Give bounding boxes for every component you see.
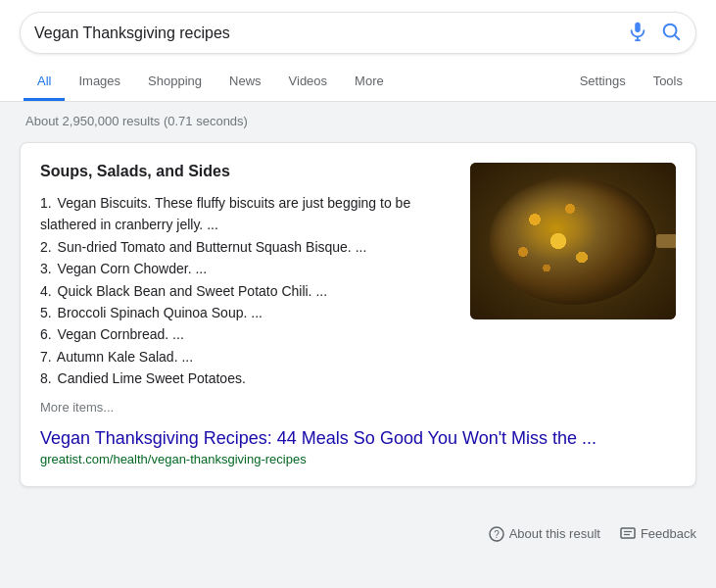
- question-icon: ?: [489, 526, 504, 542]
- list-item: 7. Autumn Kale Salad. ...: [40, 346, 454, 368]
- tab-shopping[interactable]: Shopping: [134, 64, 215, 101]
- more-items-link[interactable]: More items...: [40, 400, 454, 415]
- list-item: 1. Vegan Biscuits. These fluffy biscuits…: [40, 192, 454, 236]
- mic-icon[interactable]: [627, 21, 648, 45]
- list-item: 3. Vegan Corn Chowder. ...: [40, 258, 454, 279]
- pan-handle: [656, 234, 676, 248]
- svg-line-4: [675, 35, 679, 39]
- search-input[interactable]: [34, 24, 627, 42]
- nav-tabs: All Images Shopping News Videos More Set…: [20, 64, 696, 101]
- recipe-image: [470, 163, 676, 319]
- search-icons: [627, 21, 682, 45]
- page-footer: ? About this result Feedback: [0, 516, 716, 552]
- tab-images[interactable]: Images: [65, 64, 134, 101]
- feedback-label: Feedback: [641, 526, 696, 541]
- svg-text:?: ?: [494, 529, 500, 540]
- tab-all[interactable]: All: [24, 64, 65, 101]
- nav-right: Settings Tools: [566, 64, 696, 101]
- tab-tools[interactable]: Tools: [640, 64, 696, 101]
- tab-more[interactable]: More: [341, 64, 398, 101]
- tab-videos[interactable]: Videos: [275, 64, 342, 101]
- recipe-list: 1. Vegan Biscuits. These fluffy biscuits…: [40, 192, 454, 390]
- feedback-button[interactable]: Feedback: [620, 526, 696, 541]
- tab-settings[interactable]: Settings: [566, 64, 640, 101]
- list-item: 4. Quick Black Bean and Sweet Potato Chi…: [40, 280, 454, 302]
- main-content: About 2,950,000 results (0.71 seconds) S…: [0, 102, 716, 507]
- result-link-title[interactable]: Vegan Thanksgiving Recipes: 44 Meals So …: [40, 428, 676, 449]
- result-link-section: Vegan Thanksgiving Recipes: 44 Meals So …: [40, 428, 676, 466]
- card-inner: Soups, Salads, and Sides 1. Vegan Biscui…: [40, 163, 676, 415]
- search-box[interactable]: [20, 12, 696, 54]
- result-url: greatist.com/health/vegan-thanksgiving-r…: [40, 452, 676, 466]
- result-card: Soups, Salads, and Sides 1. Vegan Biscui…: [20, 142, 696, 487]
- search-bar-row: [20, 12, 696, 54]
- about-result-label: About this result: [509, 526, 600, 541]
- section-title: Soups, Salads, and Sides: [40, 163, 454, 180]
- list-item: 5. Broccoli Spinach Quinoa Soup. ...: [40, 302, 454, 323]
- search-header: All Images Shopping News Videos More Set…: [0, 0, 716, 102]
- card-text: Soups, Salads, and Sides 1. Vegan Biscui…: [40, 163, 454, 415]
- food-photo: [470, 163, 676, 319]
- list-item: 6. Vegan Cornbread. ...: [40, 323, 454, 345]
- results-count: About 2,950,000 results (0.71 seconds): [20, 114, 696, 128]
- list-item: 8. Candied Lime Sweet Potatoes.: [40, 368, 454, 389]
- svg-rect-7: [621, 528, 635, 538]
- search-button-icon[interactable]: [660, 21, 682, 45]
- feedback-icon: [620, 527, 636, 541]
- tab-news[interactable]: News: [215, 64, 275, 101]
- svg-rect-0: [635, 23, 641, 32]
- about-result-button[interactable]: ? About this result: [489, 526, 600, 542]
- list-item: 2. Sun-dried Tomato and Butternut Squash…: [40, 236, 454, 258]
